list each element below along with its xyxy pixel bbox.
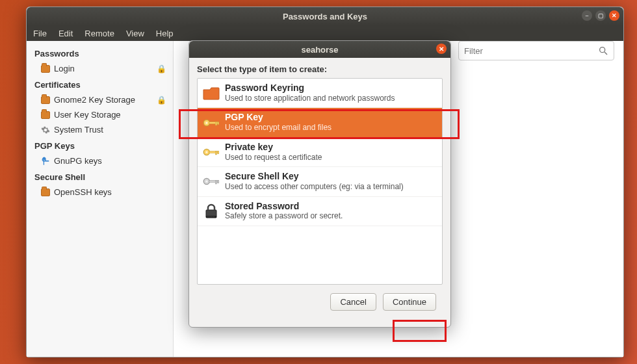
svg-rect-7 xyxy=(216,122,217,125)
option-desc: Used to store application and network pa… xyxy=(225,94,395,104)
sidebar-item-label: GnuPG keys xyxy=(54,156,102,166)
sidebar-section-passwords: Passwords xyxy=(27,45,173,61)
menu-help[interactable]: Help xyxy=(156,29,174,38)
sidebar-item-label: Gnome2 Key Storage xyxy=(54,95,135,105)
option-title: Password Keyring xyxy=(225,83,395,94)
sidebar-item-gnome2-key-storage[interactable]: Gnome2 Key Storage 🔒 xyxy=(27,92,173,107)
option-desc: Used to request a certificate xyxy=(225,153,322,163)
new-item-dialog: seahorse ✕ Select the type of item to cr… xyxy=(188,40,451,328)
dialog-close-button[interactable]: ✕ xyxy=(436,44,447,54)
window-maximize-button[interactable]: ▢ xyxy=(595,10,606,21)
filter-field-wrap[interactable] xyxy=(458,41,614,60)
svg-point-5 xyxy=(205,122,207,124)
option-pgp-key[interactable]: PGP Key Used to encrypt email and files xyxy=(198,108,442,137)
continue-button[interactable]: Continue xyxy=(383,293,436,311)
svg-rect-20 xyxy=(206,216,216,218)
sidebar-item-login[interactable]: Login 🔒 xyxy=(27,61,173,76)
sidebar-item-gnupg-keys[interactable]: GnuPG keys xyxy=(27,153,173,168)
filter-input[interactable] xyxy=(464,46,598,56)
sidebar-item-system-trust[interactable]: System Trust xyxy=(27,122,173,137)
menubar: File Edit Remote View Help xyxy=(27,25,623,41)
dialog-title: seahorse xyxy=(301,45,338,55)
sidebar-item-label: User Key Storage xyxy=(54,110,121,120)
svg-point-22 xyxy=(209,216,210,217)
option-title: Private key xyxy=(225,142,322,153)
option-private-key[interactable]: Private key Used to request a certificat… xyxy=(198,138,442,167)
folder-icon xyxy=(41,65,50,73)
sidebar-section-secure-shell: Secure Shell xyxy=(27,168,173,185)
menu-remote[interactable]: Remote xyxy=(84,29,114,38)
dialog-titlebar[interactable]: seahorse ✕ xyxy=(189,41,450,58)
folder-icon xyxy=(41,96,50,104)
svg-rect-12 xyxy=(216,151,217,155)
sidebar-item-openssh-keys[interactable]: OpenSSH keys xyxy=(27,185,173,200)
svg-point-10 xyxy=(205,151,207,153)
option-desc: Safely store a password or secret. xyxy=(225,211,343,222)
svg-line-3 xyxy=(604,52,607,55)
svg-rect-1 xyxy=(45,160,49,161)
gear-icon xyxy=(41,125,50,135)
svg-rect-16 xyxy=(209,181,218,183)
svg-point-2 xyxy=(600,47,605,53)
svg-point-21 xyxy=(207,216,208,217)
sidebar-section-certificates: Certificates xyxy=(27,76,173,92)
dialog-prompt: Select the type of item to create: xyxy=(197,64,443,74)
sidebar-item-label: System Trust xyxy=(54,125,103,135)
lock-icon: 🔒 xyxy=(157,64,166,73)
svg-rect-11 xyxy=(209,151,218,153)
item-type-list: Password Keyring Used to store applicati… xyxy=(197,78,443,285)
key-icon xyxy=(41,157,50,166)
dialog-footer: Cancel Continue xyxy=(197,285,443,318)
option-secure-shell-key[interactable]: Secure Shell Key Used to access other co… xyxy=(198,167,442,196)
menu-file[interactable]: File xyxy=(33,29,47,38)
lock-icon xyxy=(203,203,220,220)
svg-rect-18 xyxy=(218,181,219,183)
option-desc: Used to encrypt email and files xyxy=(225,123,332,133)
svg-rect-8 xyxy=(218,122,219,124)
window-close-button[interactable]: ✕ xyxy=(609,10,619,21)
option-title: PGP Key xyxy=(225,112,332,123)
option-stored-password[interactable]: Stored Password Safely store a password … xyxy=(198,197,442,226)
svg-rect-6 xyxy=(209,122,218,124)
window-titlebar[interactable]: Passwords and Keys – ▢ ✕ xyxy=(27,7,623,25)
option-title: Secure Shell Key xyxy=(225,171,404,182)
svg-rect-17 xyxy=(216,181,217,184)
sidebar-section-pgp-keys: PGP Keys xyxy=(27,137,173,153)
svg-rect-13 xyxy=(218,151,219,154)
menu-view[interactable]: View xyxy=(126,29,144,38)
svg-point-15 xyxy=(205,181,207,183)
window-minimize-button[interactable]: – xyxy=(582,10,592,21)
folder-icon xyxy=(41,188,50,196)
sidebar-item-label: Login xyxy=(54,64,75,73)
folder-icon xyxy=(203,84,220,101)
key-icon xyxy=(203,144,220,161)
svg-point-24 xyxy=(213,216,214,217)
option-desc: Used to access other computers (eg: via … xyxy=(225,182,404,192)
cancel-button[interactable]: Cancel xyxy=(330,293,376,311)
option-password-keyring[interactable]: Password Keyring Used to store applicati… xyxy=(198,79,442,108)
folder-icon xyxy=(41,111,50,119)
sidebar-item-user-key-storage[interactable]: User Key Storage xyxy=(27,107,173,122)
window-title: Passwords and Keys xyxy=(283,12,367,21)
key-icon xyxy=(203,114,220,131)
key-icon xyxy=(203,173,220,190)
sidebar: Passwords Login 🔒 Certificates Gnome2 Ke… xyxy=(27,41,174,357)
sidebar-item-label: OpenSSH keys xyxy=(54,187,112,197)
search-icon xyxy=(598,46,608,56)
menu-edit[interactable]: Edit xyxy=(58,29,73,38)
svg-point-23 xyxy=(211,216,212,217)
option-title: Stored Password xyxy=(225,201,343,212)
lock-icon: 🔒 xyxy=(157,96,166,105)
